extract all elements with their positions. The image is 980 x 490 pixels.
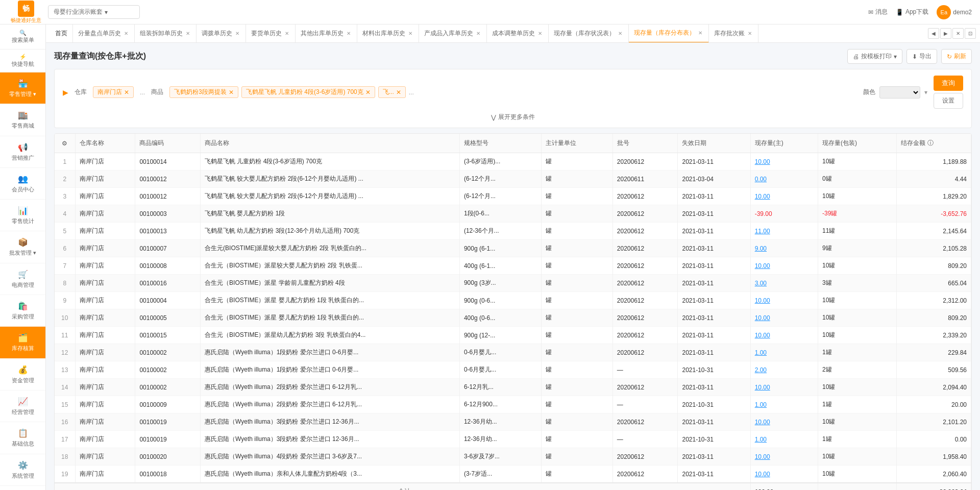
user-area[interactable]: Ea demo2 — [937, 5, 972, 19]
settings-btn[interactable]: 设置 — [934, 93, 963, 109]
row-stock-main[interactable]: 10.00 — [750, 465, 818, 483]
color-filter-select[interactable] — [879, 86, 920, 99]
sidebar-item-retail[interactable]: 🏪 零售管理 ▾ — [0, 72, 45, 104]
row-stock-main[interactable]: -39.00 — [750, 205, 818, 223]
col-settings[interactable]: ⚙ — [55, 134, 75, 153]
tab-other-out[interactable]: 其他出库单历史 ✕ — [296, 24, 357, 43]
product-tag-3-remove[interactable]: ✕ — [396, 89, 401, 96]
warehouse-selector[interactable]: 母婴行业演示账套 ▾ — [48, 5, 140, 19]
row-code: 00100013 — [135, 223, 201, 240]
tab-close-icon[interactable]: ✕ — [185, 30, 191, 37]
tab-close-icon[interactable]: ✕ — [284, 30, 290, 37]
retail-store-icon: 🏬 — [18, 110, 28, 120]
tab-demand[interactable]: 要货单历史 ✕ — [246, 24, 296, 43]
sidebar-item-inventory[interactable]: 🗂️ 库存核算 — [0, 327, 45, 358]
product-tag-1[interactable]: 飞鹤奶粉3段两提装 ✕ — [169, 86, 238, 98]
row-stock-main[interactable]: 10.00 — [750, 327, 818, 344]
row-stock-main[interactable]: 1.00 — [750, 344, 818, 361]
sidebar-item-base[interactable]: 📋 基础信息 — [0, 422, 45, 454]
inventory-table: ⚙ 仓库名称 商品编码 商品名称 规格型号 主计量单位 批号 失效日期 现存量(… — [55, 134, 971, 490]
tab-close-icon[interactable]: ✕ — [617, 30, 623, 37]
tab-maximize[interactable]: ⊡ — [965, 28, 976, 39]
row-stock-main[interactable]: 3.00 — [750, 275, 818, 292]
sidebar-item-system[interactable]: ⚙️ 系统管理 — [0, 454, 45, 486]
warehouse-tag[interactable]: 南岸门店 ✕ — [93, 86, 134, 98]
tab-next-arrow[interactable]: ▶ — [940, 28, 951, 39]
row-warehouse: 南岸门店 — [75, 327, 135, 344]
product-tag-2[interactable]: 飞鹤星飞帆 儿童奶粉 4段(3-6岁适用) 700克 ✕ — [241, 86, 375, 98]
product-more[interactable]: ... — [409, 89, 414, 96]
tab-prev-arrow[interactable]: ◀ — [928, 28, 939, 39]
warehouse-tag-remove[interactable]: ✕ — [124, 89, 129, 96]
row-stock-main[interactable]: 10.00 — [750, 448, 818, 465]
sidebar-nav[interactable]: ⚡ 快捷导航 — [0, 50, 45, 72]
sidebar-search[interactable]: 🔍 搜索菜单 — [0, 24, 45, 50]
product-tag-1-remove[interactable]: ✕ — [229, 89, 234, 96]
tab-close-icon[interactable]: ✕ — [747, 30, 753, 37]
tab-close-icon[interactable]: ✕ — [475, 30, 481, 37]
tab-cost-adjust[interactable]: 成本调整单历史 ✕ — [487, 24, 549, 43]
tab-disassemble[interactable]: 组装拆卸单历史 ✕ — [135, 24, 197, 43]
tab-batch-acct[interactable]: 库存批次账 ✕ — [709, 24, 758, 43]
tab-close-icon[interactable]: ✕ — [123, 30, 129, 37]
tab-stock-status[interactable]: 现存量（库存状况表） ✕ — [549, 24, 629, 43]
row-stock-main[interactable]: 9.00 — [750, 240, 818, 257]
filter-expand-toggle[interactable]: ▶ — [63, 88, 68, 96]
tab-product-in[interactable]: 产成品入库单历史 ✕ — [419, 24, 487, 43]
tab-close-icon[interactable]: ✕ — [407, 30, 413, 37]
row-stock-main[interactable]: 1.00 — [750, 396, 818, 413]
row-stock-main[interactable]: 1.00 — [750, 431, 818, 448]
product-tag-3[interactable]: 飞... ✕ — [378, 86, 406, 98]
row-stock-main[interactable]: 10.00 — [750, 153, 818, 170]
export-label: 导出 — [919, 52, 932, 61]
sidebar-item-finance[interactable]: 💰 资金管理 — [0, 359, 45, 390]
tab-split-inventory[interactable]: 分量盘点单历史 ✕ — [73, 24, 135, 43]
row-amount: 229.84 — [897, 344, 971, 361]
tab-close-icon[interactable]: ✕ — [234, 30, 240, 37]
row-stock-main[interactable]: 10.00 — [750, 292, 818, 309]
sidebar-item-corp[interactable]: 🤝 企业协同 — [0, 486, 45, 490]
tab-close-all[interactable]: ✕ — [952, 28, 964, 39]
expand-more-btn[interactable]: ⋁ 展开更多条件 — [63, 113, 963, 121]
export-icon: ⬇ — [912, 53, 917, 60]
row-stock-main[interactable]: 10.00 — [750, 188, 818, 205]
sidebar-item-retail-stats[interactable]: 📊 零售统计 — [0, 200, 45, 231]
sidebar-item-wholesale[interactable]: 📦 批发管理 ▾ — [0, 231, 45, 263]
export-btn[interactable]: ⬇ 导出 — [906, 49, 937, 64]
filter-row: ▶ 仓库 南岸门店 ✕ ... 商品 飞鹤奶粉3段两提装 ✕ — [63, 76, 963, 109]
sidebar-item-retail-store[interactable]: 🏬 零售商城 — [0, 104, 45, 136]
tab-stock-dist[interactable]: 现存量（库存分布表） ✕ — [629, 24, 709, 43]
sidebar-item-operations[interactable]: 📈 经营管理 — [0, 390, 45, 422]
app-download-btn[interactable]: 📱 App下载 — [896, 8, 928, 16]
row-code: 00100018 — [135, 465, 201, 483]
sidebar-item-marketing[interactable]: 📢 营销推广 — [0, 136, 45, 168]
row-stock-main[interactable]: 10.00 — [750, 257, 818, 275]
product-tag-2-remove[interactable]: ✕ — [365, 89, 371, 96]
tab-home[interactable]: 首页 — [50, 24, 73, 43]
row-expire: 2021-03-11 — [678, 257, 750, 275]
row-stock-main[interactable]: 10.00 — [750, 309, 818, 327]
refresh-btn[interactable]: ↻ 刷新 — [941, 49, 972, 64]
row-stock-main[interactable]: 10.00 — [750, 379, 818, 396]
row-stock-main[interactable]: 0.00 — [750, 170, 818, 188]
tab-label: 库存批次账 — [714, 29, 745, 38]
tab-close-icon[interactable]: ✕ — [697, 30, 703, 36]
tab-mix[interactable]: 调拨单历史 ✕ — [197, 24, 246, 43]
row-stock-main[interactable]: 10.00 — [750, 413, 818, 431]
row-stock-main[interactable]: 2.00 — [750, 361, 818, 379]
retail-stats-label: 零售统计 — [12, 217, 34, 225]
sidebar-item-purchase[interactable]: 🛍️ 采购管理 — [0, 295, 45, 327]
row-stock-main[interactable]: 11.00 — [750, 223, 818, 240]
tab-close-icon[interactable]: ✕ — [346, 30, 352, 37]
message-btn[interactable]: ✉ 消息 — [868, 8, 888, 16]
query-btn[interactable]: 查询 — [934, 76, 963, 91]
template-print-btn[interactable]: 🖨 按模板打印 ▾ — [847, 49, 902, 64]
tab-material-out[interactable]: 材料出库单历史 ✕ — [357, 24, 419, 43]
tab-close-icon[interactable]: ✕ — [537, 30, 543, 37]
warehouse-more[interactable]: ... — [140, 89, 145, 96]
table-row: 14 南岸门店 00100002 惠氏启陆（Wyeth illuma）2段奶粉 … — [55, 379, 971, 396]
template-dropdown-icon: ▾ — [894, 53, 897, 60]
sidebar-item-ecommerce[interactable]: 🛒 电商管理 — [0, 263, 45, 295]
tab-bar: 首页 分量盘点单历史 ✕ 组装拆卸单历史 ✕ 调拨单历史 ✕ 要货单历史 ✕ 其… — [46, 24, 980, 43]
sidebar-item-members[interactable]: 👥 会员中心 — [0, 168, 45, 200]
